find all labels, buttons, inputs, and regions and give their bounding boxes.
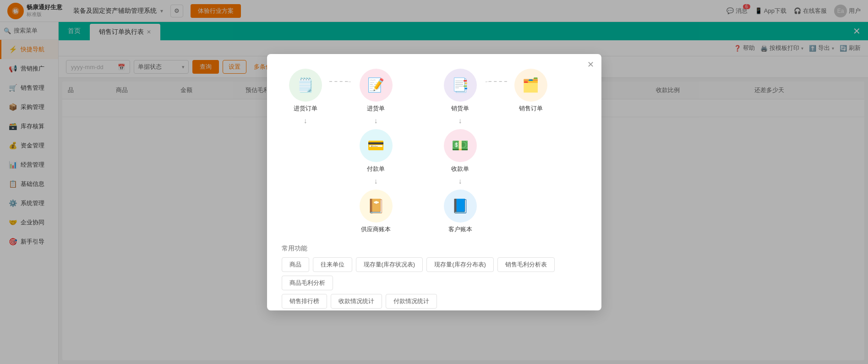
common-btn-stock-status[interactable]: 现存量(库存状况表) xyxy=(356,257,423,272)
arrow-down-1: ↓ xyxy=(304,117,307,125)
h-arrow-1 xyxy=(329,81,348,82)
sales-bill-label: 销货单 xyxy=(451,104,469,113)
flow-node-payment[interactable]: 💳 付款单 xyxy=(360,129,393,173)
common-btn-partner[interactable]: 往来单位 xyxy=(313,257,352,272)
flow-node-customer[interactable]: 📘 客户账本 xyxy=(444,190,477,234)
flow-node-supplier[interactable]: 📔 供应商账本 xyxy=(360,190,393,234)
common-btn-sales-rank[interactable]: 销售排行榜 xyxy=(282,294,327,309)
customer-icon: 📘 xyxy=(444,190,477,223)
purchase-order-icon: 🗒️ xyxy=(289,69,322,102)
common-buttons-row-2: 销售排行榜 收款情况统计 付款情况统计 xyxy=(282,294,587,309)
common-functions-title: 常用功能 xyxy=(282,244,587,253)
common-btn-payment-stats[interactable]: 付款情况统计 xyxy=(386,294,437,309)
flow-node-purchase-bill[interactable]: 📝 进货单 xyxy=(360,69,393,113)
flow-node-purchase-order[interactable]: 🗒️ 进货订单 xyxy=(289,69,322,113)
customer-label: 客户账本 xyxy=(448,225,472,234)
common-functions-section: 常用功能 商品 往来单位 现存量(库存状况表) 现存量(库存分布表) 销售毛利分… xyxy=(282,244,587,309)
arrow-down-5: ↓ xyxy=(459,178,462,185)
h-arrow-2 xyxy=(489,81,507,82)
flow-modal: ✕ 🗒️ 进货订单 ↓ xyxy=(267,54,601,310)
payment-label: 付款单 xyxy=(367,165,385,173)
common-btn-product-margin[interactable]: 商品毛利分析 xyxy=(282,276,333,290)
sales-order-label: 销售订单 xyxy=(519,104,543,113)
payment-icon: 💳 xyxy=(360,129,393,162)
modal-close-button[interactable]: ✕ xyxy=(587,60,594,70)
flow-node-sales-order[interactable]: 🗂️ 销售订单 xyxy=(514,69,547,113)
supplier-label: 供应商账本 xyxy=(361,225,391,234)
modal-body: 🗒️ 进货订单 ↓ → xyxy=(267,54,601,310)
sales-bill-icon: 📑 xyxy=(444,69,477,102)
purchase-order-label: 进货订单 xyxy=(294,104,317,113)
common-btn-receipt-stats[interactable]: 收款情况统计 xyxy=(331,294,382,309)
common-buttons-row: 商品 往来单位 现存量(库存状况表) 现存量(库存分布表) 销售毛利分析表 商品… xyxy=(282,257,587,290)
common-btn-sales-margin[interactable]: 销售毛利分析表 xyxy=(497,257,555,272)
common-btn-product[interactable]: 商品 xyxy=(282,257,309,272)
arrow-down-2: ↓ xyxy=(374,117,378,125)
purchase-bill-label: 进货单 xyxy=(367,104,385,113)
purchase-bill-icon: 📝 xyxy=(360,69,393,102)
sales-order-icon: 🗂️ xyxy=(514,69,547,102)
arrow-down-3: ↓ xyxy=(374,178,378,185)
receipt-icon: 💵 xyxy=(444,129,477,162)
flow-node-receipt[interactable]: 💵 收款单 xyxy=(444,129,477,173)
common-btn-stock-dist[interactable]: 现存量(库存分布表) xyxy=(426,257,494,272)
modal-overlay[interactable]: ✕ 🗒️ 进货订单 ↓ xyxy=(0,0,868,364)
receipt-label: 收款单 xyxy=(451,165,469,173)
supplier-icon: 📔 xyxy=(360,190,393,223)
arrow-down-4: ↓ xyxy=(459,117,462,125)
flow-node-sales-bill[interactable]: 📑 销货单 xyxy=(444,69,477,113)
